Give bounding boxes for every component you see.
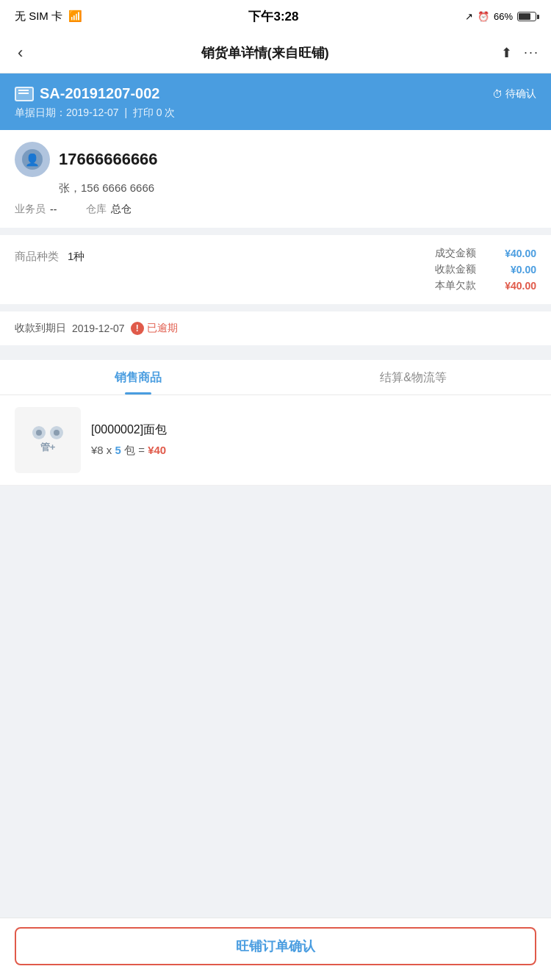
- product-list: 管+ [0000002]面包 ¥8 x 5 包 = ¥40: [0, 395, 551, 486]
- back-button[interactable]: ‹: [12, 40, 29, 65]
- summary-right: 成交金额 ¥40.00 收款金额 ¥0.00 本单欠款 ¥40.00: [435, 247, 536, 292]
- avatar-inner: 👤: [22, 149, 43, 170]
- summary-left: 商品种类 1种: [15, 247, 435, 264]
- product-price: ¥8 x 5 包 = ¥40: [91, 444, 536, 458]
- time-display: 下午3:28: [248, 8, 298, 25]
- customer-row: 👤 17666666666: [15, 142, 536, 177]
- received-value: ¥0.00: [485, 264, 536, 275]
- owl-eyes: [32, 426, 63, 439]
- status-bar: 无 SIM 卡 📶 下午3:28 ↗ ⏰ 66%: [0, 0, 551, 32]
- warehouse-item: 仓库 总仓: [86, 203, 132, 216]
- amount-label: 成交金额: [435, 247, 476, 260]
- type-label: 商品种类: [15, 250, 59, 264]
- wifi-icon: 📶: [68, 10, 82, 23]
- amount-value: ¥40.00: [485, 248, 536, 259]
- warehouse-value: 总仓: [111, 203, 132, 216]
- product-total: ¥40: [148, 444, 166, 456]
- salesman-item: 业务员 --: [15, 203, 57, 216]
- due-date-label: 收款到期日: [15, 322, 66, 335]
- product-name: [0000002]面包: [91, 422, 536, 438]
- owl-eye-left: [32, 426, 46, 439]
- due-row: 本单欠款 ¥40.00: [435, 279, 536, 292]
- due-date-section: 收款到期日 2019-12-07 ! 已逾期: [0, 311, 551, 345]
- owl-pupil-right: [54, 430, 60, 436]
- received-row: 收款金额 ¥0.00: [435, 263, 536, 276]
- order-id: SA-20191207-002: [15, 85, 159, 102]
- overdue-badge: ! 已逾期: [131, 322, 178, 335]
- navigation-icon: ↗: [465, 11, 473, 22]
- carrier-label: 无 SIM 卡: [15, 10, 62, 24]
- product-thumbnail: 管+: [15, 407, 81, 473]
- overdue-text: 已逾期: [147, 322, 178, 335]
- status-left: 无 SIM 卡 📶: [15, 10, 82, 24]
- summary-section: 商品种类 1种 成交金额 ¥40.00 收款金额 ¥0.00 本单欠款 ¥40.…: [0, 235, 551, 304]
- product-quantity: 5: [115, 444, 121, 456]
- avatar: 👤: [15, 142, 50, 177]
- more-button[interactable]: ···: [524, 45, 539, 60]
- tabs-bar: 销售商品 结算&物流等: [0, 360, 551, 395]
- battery-percent: 66%: [494, 11, 513, 22]
- salesman-label: 业务员: [15, 203, 46, 216]
- order-meta: 单据日期：2019-12-07 | 打印 0 次: [15, 107, 536, 120]
- bottom-bar: 旺铺订单确认: [0, 918, 551, 980]
- header-card-top: SA-20191207-002 ⏱ 待确认: [15, 85, 536, 102]
- tab-settlement-logistics[interactable]: 结算&物流等: [276, 360, 551, 394]
- product-item: 管+ [0000002]面包 ¥8 x 5 包 = ¥40: [0, 395, 551, 486]
- clock-icon: ⏱: [492, 88, 503, 100]
- status-text: 待确认: [505, 87, 536, 101]
- status-right: ↗ ⏰ 66%: [465, 11, 536, 22]
- customer-meta: 业务员 -- 仓库 总仓: [15, 203, 536, 216]
- divider: [0, 353, 551, 360]
- customer-phone: 17666666666: [59, 150, 158, 169]
- tab-sales-products[interactable]: 销售商品: [0, 360, 276, 394]
- salesman-value: --: [50, 203, 57, 215]
- owl-pupil-left: [36, 430, 42, 436]
- order-icon: [15, 87, 34, 101]
- type-value: 1种: [68, 250, 84, 264]
- share-button[interactable]: ⬆: [501, 45, 512, 61]
- customer-section: 👤 17666666666 张，156 6666 6666 业务员 -- 仓库 …: [0, 130, 551, 228]
- warehouse-label: 仓库: [86, 203, 107, 216]
- battery-icon: [517, 12, 536, 21]
- page-title: 销货单详情(来自旺铺): [201, 44, 329, 62]
- alarm-icon: ⏰: [478, 11, 489, 22]
- nav-bar: ‹ 销货单详情(来自旺铺) ⬆ ···: [0, 32, 551, 73]
- due-value: ¥40.00: [485, 280, 536, 292]
- warning-icon: !: [131, 322, 144, 335]
- owl-plus-sign: 管+: [40, 441, 56, 454]
- product-info: [0000002]面包 ¥8 x 5 包 = ¥40: [91, 422, 536, 458]
- due-date-value: 2019-12-07: [72, 323, 125, 334]
- status-badge: ⏱ 待确认: [492, 87, 536, 101]
- product-logo: 管+: [32, 426, 63, 454]
- nav-actions: ⬆ ···: [501, 45, 539, 61]
- empty-area: [0, 486, 551, 633]
- due-label: 本单欠款: [435, 279, 476, 292]
- amount-row: 成交金额 ¥40.00: [435, 247, 536, 260]
- customer-name: 张，156 6666 6666: [15, 181, 536, 195]
- order-header-card: SA-20191207-002 ⏱ 待确认 单据日期：2019-12-07 | …: [0, 73, 551, 130]
- confirm-order-button[interactable]: 旺铺订单确认: [15, 927, 536, 965]
- received-label: 收款金额: [435, 263, 476, 276]
- owl-eye-right: [50, 426, 63, 439]
